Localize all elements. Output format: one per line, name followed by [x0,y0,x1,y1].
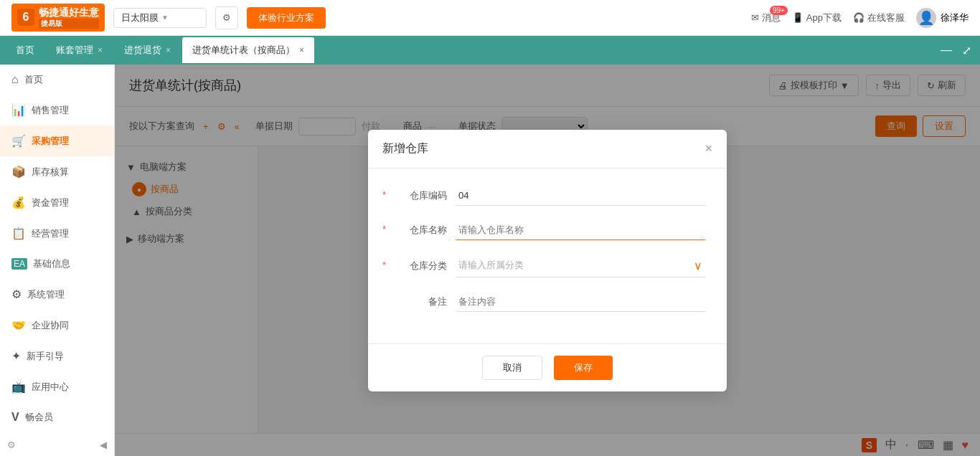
sidebar-item-apps[interactable]: 📺 应用中心 [0,371,114,402]
form-row-category: 仓库分类 请输入所属分类 ∨ [390,255,705,277]
dialog-title: 新增仓库 [382,141,428,156]
note-input[interactable] [456,292,705,312]
overlay: 新增仓库 × 仓库编码 仓库名称 仓库分类 [115,65,980,456]
sales-icon: 📊 [11,103,26,117]
form-row-name: 仓库名称 [390,220,705,240]
header-right: ✉ 消息 99+ 📱 App下载 🎧 在线客服 👤 徐泽华 [751,8,969,28]
online-service-label: 在线客服 [867,11,905,24]
tab-end-buttons: — ⤢ [938,41,974,60]
message-icon: ✉ [751,12,759,23]
store-name: 日太阳膜 [121,11,159,24]
name-label: 仓库名称 [390,224,447,237]
logo-area: 6 畅捷通好生意 捷易版 [11,4,105,32]
tab-account[interactable]: 账套管理 × [46,37,113,63]
online-service-item[interactable]: 🎧 在线客服 [853,11,905,24]
sidebar-system-label: 系统管理 [27,288,65,301]
sidebar-item-finance[interactable]: 💰 资金管理 [0,187,114,218]
guide-icon: ✦ [11,349,21,363]
sidebar-apps-label: 应用中心 [32,381,69,394]
chevron-down-icon: ▼ [161,14,169,22]
sidebar-sales-label: 销售管理 [32,104,69,117]
sidebar-item-home[interactable]: ⌂ 首页 [0,65,114,95]
tab-home[interactable]: 首页 [6,37,44,63]
messages-item[interactable]: ✉ 消息 99+ [751,11,781,24]
basicinfo-icon: EA [11,258,27,270]
category-placeholder: 请输入所属分类 [458,259,524,272]
sidebar-item-guide[interactable]: ✦ 新手引导 [0,341,114,371]
logo-sub: 捷易版 [39,19,99,29]
sidebar-item-enterprise[interactable]: 🤝 企业协同 [0,310,114,341]
sidebar-item-inventory[interactable]: 📦 库存核算 [0,156,114,187]
finance-icon: 💰 [11,196,26,209]
tab-minimize-button[interactable]: — [938,41,955,60]
category-select[interactable]: 请输入所属分类 ∨ [456,255,705,277]
dialog-body: 仓库编码 仓库名称 仓库分类 请输入所属分类 ∨ [368,168,727,343]
tab-purchase-stats[interactable]: 进货单统计表（按商品） × [182,37,314,63]
tab-purchase-return-close[interactable]: × [166,45,171,55]
inventory-icon: 📦 [11,165,26,179]
dialog-footer: 取消 保存 [368,343,727,391]
sidebar-basicinfo-label: 基础信息 [33,257,70,270]
sidebar-guide-label: 新手引导 [27,350,64,363]
app-download-item[interactable]: 📱 App下载 [792,11,842,24]
trial-button[interactable]: 体验行业方案 [247,7,326,29]
name-input[interactable] [456,220,705,240]
tab-home-label: 首页 [16,44,34,57]
form-row-code: 仓库编码 [390,186,705,206]
store-selector[interactable]: 日太阳膜 ▼ [113,8,207,28]
sidebar-home-label: 首页 [24,73,43,86]
tab-expand-button[interactable]: ⤢ [959,41,974,60]
code-label: 仓库编码 [390,189,447,202]
form-row-note: 备注 [390,292,705,312]
logo-icon: 6 [17,9,34,26]
sidebar-collapse-icon[interactable]: ◀ [100,440,107,450]
message-badge: 99+ [770,6,788,15]
logo-main: 畅捷通好生意 [39,6,99,19]
tab-purchase-stats-label: 进货单统计表（按商品） [192,44,295,57]
app-download-label: App下载 [806,11,842,24]
sidebar-settings-icon[interactable]: ⚙ [7,440,16,450]
content-area: 进货单统计(按商品) 🖨 按模板打印 ▼ ↑ 导出 ↻ 刷新 按以下方案查询 [115,65,980,456]
avatar: 👤 [916,8,936,28]
tab-purchase-return[interactable]: 进货退货 × [114,37,181,63]
member-icon: V [11,411,19,424]
user-name: 徐泽华 [941,11,969,24]
sidebar-purchase-label: 采购管理 [32,135,69,148]
tab-bar: 首页 账套管理 × 进货退货 × 进货单统计表（按商品） × — ⤢ [0,36,980,65]
phone-icon: 📱 [792,12,804,23]
dialog-header: 新增仓库 × [368,130,727,168]
code-input[interactable] [456,186,705,206]
sidebar-item-basicinfo[interactable]: EA 基础信息 [0,249,114,279]
cancel-button[interactable]: 取消 [482,356,542,380]
enterprise-icon: 🤝 [11,318,26,332]
sidebar-management-label: 经营管理 [32,227,69,240]
main-layout: ⌂ 首页 📊 销售管理 🛒 采购管理 📦 库存核算 💰 资金管理 📋 经营管理 … [0,65,980,456]
tab-account-label: 账套管理 [56,44,93,57]
headset-icon: 🎧 [853,12,864,23]
purchase-icon: 🛒 [11,134,26,148]
home-icon: ⌂ [11,73,19,86]
tab-purchase-stats-close[interactable]: × [299,45,304,55]
new-warehouse-dialog: 新增仓库 × 仓库编码 仓库名称 仓库分类 [368,130,727,391]
dialog-close-button[interactable]: × [705,141,712,156]
sidebar-item-system[interactable]: ⚙ 系统管理 [0,279,114,310]
sidebar-item-member[interactable]: V 畅会员 [0,402,114,432]
sidebar-item-management[interactable]: 📋 经营管理 [0,218,114,249]
management-icon: 📋 [11,227,26,240]
sidebar: ⌂ 首页 📊 销售管理 🛒 采购管理 📦 库存核算 💰 资金管理 📋 经营管理 … [0,65,115,456]
user-info[interactable]: 👤 徐泽华 [916,8,969,28]
sidebar-finance-label: 资金管理 [32,196,69,209]
sidebar-bottom: ⚙ ◀ [0,432,114,456]
note-label: 备注 [390,295,447,308]
category-label: 仓库分类 [390,260,447,272]
save-button[interactable]: 保存 [554,356,613,380]
top-header: 6 畅捷通好生意 捷易版 日太阳膜 ▼ ⚙ 体验行业方案 ✉ 消息 99+ 📱 … [0,0,980,36]
sidebar-item-purchase[interactable]: 🛒 采购管理 [0,125,114,156]
sidebar-item-sales[interactable]: 📊 销售管理 [0,95,114,125]
settings-button[interactable]: ⚙ [215,6,238,29]
tab-account-close[interactable]: × [98,45,103,55]
system-icon: ⚙ [11,288,22,301]
category-arrow-icon: ∨ [694,259,702,272]
sidebar-member-label: 畅会员 [25,411,53,424]
apps-icon: 📺 [11,380,26,394]
